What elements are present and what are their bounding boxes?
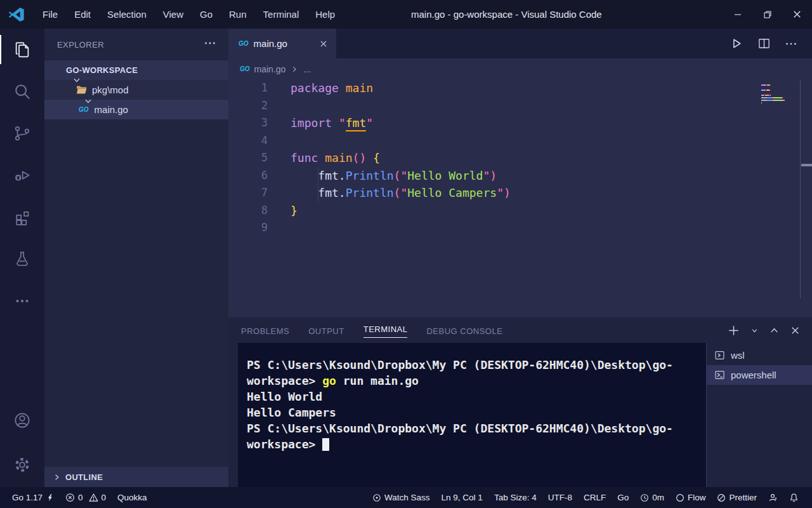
terminal-line: workspace> — [247, 436, 697, 452]
menu-item-go[interactable]: Go — [192, 0, 221, 29]
scrollbar-decoration — [801, 164, 812, 166]
status-watch-sass[interactable]: Watch Sass — [367, 487, 436, 508]
split-editor-icon[interactable] — [757, 36, 771, 51]
code-line-2: 2 — [228, 97, 812, 115]
explorer-title: EXPLORER — [57, 40, 104, 50]
minimap-divider — [800, 79, 801, 298]
extensions-icon — [13, 208, 32, 227]
outline-section[interactable]: OUTLINE — [44, 467, 228, 487]
line-number: 9 — [228, 219, 268, 237]
status-language-mode[interactable]: Go — [612, 487, 634, 508]
panel-tab-problems[interactable]: PROBLEMS — [241, 324, 289, 336]
line-number: 8 — [228, 202, 268, 220]
tab-main-go[interactable]: GO main.go — [228, 29, 336, 58]
status-quokka[interactable]: Quokka — [112, 487, 153, 508]
terminal-instance-powershell[interactable]: powershell — [707, 365, 812, 385]
code-line-5: 5func main() { — [228, 149, 812, 167]
code-line-6: 6 fmt.Println("Hello World") — [228, 167, 812, 185]
status-cursor-position[interactable]: Ln 9, Col 1 — [436, 487, 488, 508]
status-prettier[interactable]: Prettier — [711, 487, 763, 508]
minimap[interactable] — [761, 84, 796, 107]
explorer-sidebar: EXPLORER GO-WORKSPACE pkg\mod GO main.go — [44, 29, 228, 487]
folder-open-icon — [76, 85, 87, 95]
status-session-timer[interactable]: 0m — [634, 487, 670, 508]
menu-item-terminal[interactable]: Terminal — [255, 0, 308, 29]
vscode-logo-icon — [8, 6, 25, 23]
more-views-icon — [13, 291, 32, 311]
activitybar-item-search[interactable] — [0, 70, 44, 112]
activitybar-item-extensions[interactable] — [0, 196, 44, 238]
menu-item-file[interactable]: File — [34, 0, 66, 29]
tab-label: main.go — [254, 38, 287, 49]
terminal-cursor — [322, 438, 329, 451]
slash-circle-icon — [717, 493, 726, 502]
activitybar-item-run-debug[interactable] — [0, 154, 44, 196]
breadcrumb-file[interactable]: main.go — [254, 64, 286, 74]
panel-tabbar: PROBLEMSOUTPUTTERMINALDEBUG CONSOLE — [228, 318, 812, 343]
activitybar-item-source-control[interactable] — [0, 112, 44, 154]
more-actions-icon[interactable] — [784, 37, 798, 51]
terminal-instance-label: wsl — [731, 350, 745, 361]
activity-bar — [0, 29, 44, 487]
maximize-panel-icon[interactable] — [769, 325, 780, 336]
terminal-list: wslpowershell — [706, 343, 812, 487]
folder-label: pkg\mod — [92, 84, 129, 95]
panel-actions — [727, 324, 812, 337]
activitybar-item-testing[interactable] — [0, 238, 44, 280]
go-file-icon: GO — [239, 40, 249, 47]
status-encoding[interactable]: UTF-8 — [542, 487, 578, 508]
restore-icon[interactable] — [752, 0, 782, 29]
go-file-icon: GO — [240, 65, 250, 72]
statusbar: Go 1.1700Quokka Watch SassLn 9, Col 1Tab… — [0, 487, 812, 508]
menu-item-edit[interactable]: Edit — [66, 0, 99, 29]
account-icon — [13, 411, 32, 430]
activitybar-item-explorer[interactable] — [0, 29, 44, 70]
code-line-1: 1package main — [228, 79, 812, 97]
menu-item-selection[interactable]: Selection — [99, 0, 155, 29]
outline-label: OUTLINE — [65, 472, 103, 482]
new-terminal-icon[interactable] — [727, 324, 740, 337]
menu-item-view[interactable]: View — [155, 0, 192, 29]
code-line-4: 4 — [228, 132, 812, 150]
panel-tab-output[interactable]: OUTPUT — [308, 324, 344, 336]
chevron-right-icon — [290, 65, 299, 74]
terminal-dropdown-icon[interactable] — [750, 326, 759, 335]
more-actions-icon[interactable] — [203, 36, 217, 53]
terminal-instance-wsl[interactable]: wsl — [707, 345, 812, 365]
search-icon — [13, 82, 32, 101]
breadcrumb: GO main.go ... — [228, 58, 812, 79]
menu-item-help[interactable]: Help — [307, 0, 343, 29]
status-notifications[interactable] — [783, 487, 804, 508]
source-control-icon — [13, 124, 32, 143]
bell-icon — [789, 493, 799, 502]
activitybar-item-account[interactable] — [0, 398, 44, 443]
status-problems-status[interactable]: 00 — [60, 487, 112, 508]
terminal-instance-label: powershell — [731, 370, 776, 380]
activitybar-item-settings-gear[interactable] — [0, 443, 44, 487]
panel-tab-terminal[interactable]: TERMINAL — [363, 323, 408, 338]
terminal-line: workspace> go run main.go — [247, 373, 697, 389]
terminal-output[interactable]: PS C:\Users\Ksound\Dropbox\My PC (DESKTO… — [238, 343, 706, 487]
powershell-icon — [714, 370, 725, 380]
breadcrumb-symbol[interactable]: ... — [303, 64, 311, 74]
status-tab-size[interactable]: Tab Size: 4 — [488, 487, 542, 508]
warning-icon — [89, 493, 98, 502]
minimize-icon[interactable] — [723, 0, 752, 29]
circle-icon — [676, 493, 684, 502]
close-tab-icon[interactable] — [318, 39, 329, 49]
activitybar-item-more-views[interactable] — [0, 280, 44, 322]
terminal-line: Hello Campers — [247, 404, 697, 420]
terminal-line: PS C:\Users\Ksound\Dropbox\My PC (DESKTO… — [247, 420, 697, 436]
status-flow[interactable]: Flow — [670, 487, 712, 508]
run-icon[interactable] — [728, 36, 744, 51]
close-icon[interactable] — [782, 0, 812, 29]
status-feedback[interactable] — [763, 487, 783, 508]
status-eol-sequence[interactable]: CRLF — [578, 487, 612, 508]
close-panel-icon[interactable] — [790, 325, 801, 336]
panel-tab-debug-console[interactable]: DEBUG CONSOLE — [426, 324, 502, 336]
menu-item-run[interactable]: Run — [221, 0, 255, 29]
code-editor[interactable]: 1package main23import "fmt"45func main()… — [228, 79, 812, 318]
status-go-version[interactable]: Go 1.17 — [6, 487, 60, 508]
code-line-3: 3import "fmt" — [228, 114, 812, 132]
tree-item-workspace[interactable]: GO-WORKSPACE — [44, 60, 228, 80]
